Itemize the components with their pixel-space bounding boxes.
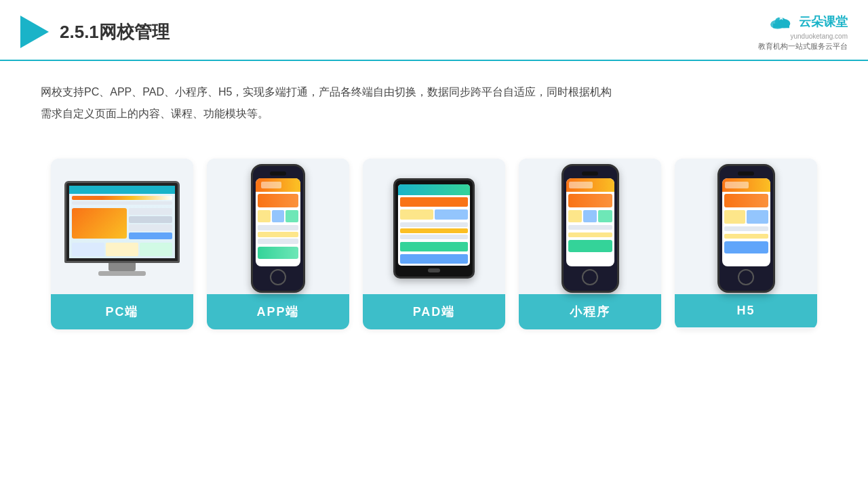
brand-subtitle: 教育机构一站式服务云平台 [758, 41, 848, 52]
card-h5: H5 [675, 159, 817, 329]
brand-logo-top: 云朵课堂 [768, 12, 848, 31]
card-app-label: APP端 [207, 294, 349, 329]
description-text: 网校支持PC、APP、PAD、小程序、H5，实现多端打通，产品各终端自由切换，数… [0, 61, 868, 131]
pc-monitor-icon [64, 181, 180, 276]
phone-app-icon [251, 164, 305, 293]
cards-container: PC端 [0, 138, 868, 350]
brand-url: yunduoketang.com [790, 33, 848, 40]
card-app: APP端 [207, 159, 349, 329]
header: 2.5.1网校管理 云朵课堂 yunduoketang.com 教育机构一站式服… [0, 0, 868, 61]
card-pad-image [363, 159, 505, 294]
card-pc: PC端 [51, 159, 193, 329]
logo-triangle-icon [20, 16, 49, 48]
card-h5-image [675, 159, 817, 294]
description-paragraph2: 需求自定义页面上的内容、课程、功能模块等。 [41, 103, 827, 125]
card-pc-label: PC端 [51, 294, 193, 329]
card-mini-image [519, 159, 661, 294]
card-app-image [207, 159, 349, 294]
card-pad-label: PAD端 [363, 294, 505, 329]
brand-logo: 云朵课堂 yunduoketang.com 教育机构一站式服务云平台 [758, 12, 848, 52]
header-left: 2.5.1网校管理 [20, 16, 170, 48]
card-mini-label: 小程序 [519, 294, 661, 329]
card-pc-image [51, 159, 193, 294]
phone-mini-icon [561, 164, 619, 293]
pad-icon [393, 178, 475, 279]
svg-rect-3 [773, 24, 789, 28]
phone-h5-icon [717, 164, 775, 293]
card-h5-label: H5 [675, 294, 817, 327]
card-miniprogram: 小程序 [519, 159, 661, 329]
description-paragraph: 网校支持PC、APP、PAD、小程序、H5，实现多端打通，产品各终端自由切换，数… [41, 81, 827, 103]
card-pad: PAD端 [363, 159, 505, 329]
brand-name: 云朵课堂 [799, 14, 848, 30]
cloud-icon [768, 12, 795, 31]
page-title: 2.5.1网校管理 [60, 20, 170, 44]
